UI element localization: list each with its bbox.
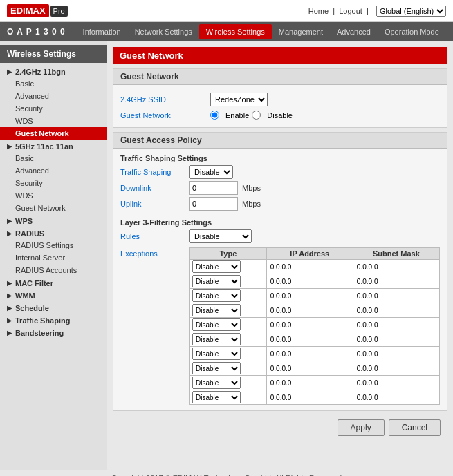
exception-mask-input-8[interactable]	[355, 377, 411, 389]
exception-ip-input-0[interactable]	[269, 260, 324, 273]
sidebar-group-header-wmm[interactable]: ▶ WMM	[0, 289, 107, 301]
exception-type-select-6[interactable]: Disable	[192, 348, 241, 360]
exception-ip-input-1[interactable]	[269, 275, 324, 287]
guest-network-section-title: Guest Network	[113, 69, 447, 85]
guest-network-enable-radio[interactable]	[210, 111, 219, 120]
sidebar-item-advanced-24[interactable]: Advanced	[0, 90, 107, 102]
downlink-input[interactable]	[189, 181, 238, 195]
exception-ip-input-6[interactable]	[269, 348, 324, 360]
exceptions-table-wrap: Type IP Address Subnet Mask DisableDisab…	[189, 247, 440, 405]
sidebar-group-traffic-shaping: ▶ Traffic Shaping	[0, 314, 107, 326]
sidebar-group-header-wps[interactable]: ▶ WPS	[0, 214, 107, 227]
rules-select[interactable]: Disable Enable	[189, 229, 252, 243]
logo-pro: Pro	[50, 6, 68, 17]
exception-mask-input-6[interactable]	[355, 348, 411, 360]
sidebar-group-label-wmm: WMM	[15, 292, 35, 300]
arrow-icon-mac-filter: ▶	[7, 280, 12, 287]
nav-operation-mode[interactable]: Operation Mode	[378, 24, 446, 39]
sidebar-group-mac-filter: ▶ MAC Filter	[0, 276, 107, 289]
sidebar-item-internal-server[interactable]: Internal Server	[0, 251, 107, 264]
uplink-input[interactable]	[189, 197, 238, 211]
sidebar-group-header-radius[interactable]: ▶ RADIUS	[0, 227, 107, 239]
cancel-button[interactable]: Cancel	[389, 419, 441, 436]
nav-network-settings[interactable]: Network Settings	[128, 24, 199, 39]
content: Guest Network Guest Network 2.4GHz SSID …	[107, 41, 453, 470]
traffic-shaping-settings-title: Traffic Shaping Settings	[120, 154, 440, 162]
exception-mask-input-5[interactable]	[355, 333, 411, 345]
ssid-select[interactable]: RedesZone	[210, 93, 268, 106]
exception-mask-input-7[interactable]	[355, 362, 411, 374]
exception-row-9: Disable	[190, 390, 440, 405]
sidebar-item-radius-accounts[interactable]: RADIUS Accounts	[0, 264, 107, 276]
access-policy-content: Traffic Shaping Settings Traffic Shaping…	[113, 149, 447, 410]
exception-type-select-9[interactable]: Disable	[192, 391, 241, 403]
traffic-shaping-select[interactable]: Disable Enable	[189, 165, 233, 179]
sidebar-item-security-5[interactable]: Security	[0, 177, 107, 189]
sidebar-item-security-24[interactable]: Security	[0, 102, 107, 115]
sidebar-item-radius-settings[interactable]: RADIUS Settings	[0, 239, 107, 251]
logout-link[interactable]: Logout	[339, 7, 362, 15]
rules-row: Rules Disable Enable	[120, 229, 440, 243]
exception-ip-input-4[interactable]	[269, 318, 324, 331]
exception-mask-input-3[interactable]	[355, 304, 411, 316]
sidebar-item-guest-network-24[interactable]: Guest Network	[0, 127, 107, 140]
nav-information[interactable]: Information	[76, 24, 128, 39]
sidebar-group-wmm: ▶ WMM	[0, 289, 107, 301]
exception-row-5: Disable	[190, 332, 440, 347]
home-link[interactable]: Home	[308, 7, 329, 15]
guest-network-disable-radio[interactable]	[252, 111, 261, 120]
guest-network-disable-label[interactable]: Disable	[267, 111, 293, 120]
exception-ip-input-9[interactable]	[269, 391, 324, 403]
arrow-icon-wps: ▶	[7, 218, 12, 225]
apply-button[interactable]: Apply	[338, 419, 385, 436]
exception-row-8: Disable	[190, 376, 440, 390]
exception-mask-input-9[interactable]	[355, 391, 411, 403]
exception-ip-input-2[interactable]	[269, 289, 324, 302]
exception-type-select-8[interactable]: Disable	[192, 377, 241, 389]
sidebar-item-wds-24[interactable]: WDS	[0, 115, 107, 127]
exception-ip-input-7[interactable]	[269, 362, 324, 374]
exception-type-select-1[interactable]: Disable	[192, 275, 241, 287]
exception-mask-input-1[interactable]	[355, 275, 411, 287]
sidebar-item-advanced-5[interactable]: Advanced	[0, 164, 107, 177]
sidebar-group-header-5ghz[interactable]: ▶ 5GHz 11ac 11an	[0, 140, 107, 152]
sidebar-item-basic-24[interactable]: Basic	[0, 77, 107, 90]
l3-filtering-title: Layer 3-Filtering Settings	[120, 218, 440, 227]
exception-type-select-5[interactable]: Disable	[192, 333, 241, 345]
sidebar-group-header-bandsteering[interactable]: ▶ Bandsteering	[0, 326, 107, 339]
exception-ip-input-5[interactable]	[269, 333, 324, 345]
sidebar-group-5ghz: ▶ 5GHz 11ac 11an Basic Advanced Security…	[0, 140, 107, 214]
exception-ip-input-8[interactable]	[269, 377, 324, 389]
main-layout: Wireless Settings ▶ 2.4GHz 11bgn Basic A…	[0, 41, 453, 470]
exception-row-7: Disable	[190, 361, 440, 376]
sidebar-item-wds-5[interactable]: WDS	[0, 189, 107, 202]
exception-type-select-4[interactable]: Disable	[192, 318, 241, 331]
exception-type-select-7[interactable]: Disable	[192, 362, 241, 374]
sidebar-item-guest-network-5[interactable]: Guest Network	[0, 202, 107, 214]
sidebar-group-label-wps: WPS	[15, 217, 33, 225]
col-type-header: Type	[190, 248, 267, 260]
exception-mask-input-2[interactable]	[355, 289, 411, 302]
sidebar-group-label-traffic-shaping: Traffic Shaping	[15, 316, 70, 325]
uplink-row: Uplink Mbps	[120, 197, 440, 211]
exception-ip-input-3[interactable]	[269, 304, 324, 316]
exception-type-select-2[interactable]: Disable	[192, 289, 241, 302]
nav-advanced[interactable]: Advanced	[330, 24, 378, 39]
sidebar-group-header-traffic-shaping[interactable]: ▶ Traffic Shaping	[0, 314, 107, 326]
sidebar-group-header-schedule[interactable]: ▶ Schedule	[0, 301, 107, 314]
exception-type-select-0[interactable]: Disable	[192, 260, 241, 273]
sidebar-group-header-24ghz[interactable]: ▶ 2.4GHz 11bgn	[0, 65, 107, 77]
guest-network-enable-label[interactable]: Enable	[225, 111, 249, 120]
exception-type-select-3[interactable]: Disable	[192, 304, 241, 316]
sidebar-item-basic-5[interactable]: Basic	[0, 152, 107, 164]
language-select[interactable]: Global (English)	[376, 6, 446, 17]
exception-mask-input-0[interactable]	[355, 260, 411, 273]
uplink-label: Uplink	[120, 200, 189, 208]
nav-wireless-settings[interactable]: Wireless Settings	[199, 24, 272, 39]
access-policy-title: Guest Access Policy	[113, 133, 447, 149]
sidebar-group-header-mac-filter[interactable]: ▶ MAC Filter	[0, 276, 107, 289]
nav-management[interactable]: Management	[272, 24, 330, 39]
exception-mask-input-4[interactable]	[355, 318, 411, 331]
sidebar-group-wps: ▶ WPS	[0, 214, 107, 227]
exception-row-1: Disable	[190, 274, 440, 289]
